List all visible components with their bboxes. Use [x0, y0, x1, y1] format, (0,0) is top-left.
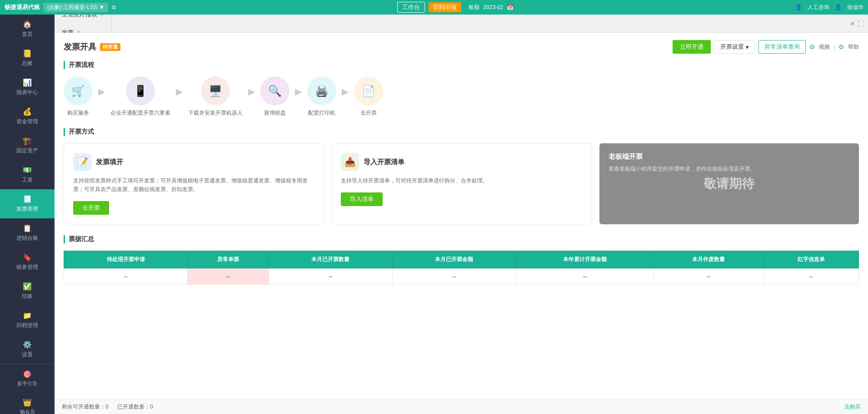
help-icon: ⚙: [838, 43, 844, 50]
flow-step-4: 🖨️ 配置打印机: [307, 76, 336, 117]
tab-工资统计报表[interactable]: 工资统计报表✕: [55, 15, 112, 24]
sidebar-bottom-item-畅会员[interactable]: 👑畅会员: [0, 393, 55, 414]
logo: 畅捷通易代账: [5, 3, 40, 11]
sidebar-label-6: 发票管理: [16, 205, 38, 213]
fill-invoice-desc: 支持按照发票样式手工填写开发票；可开具增值税电子普通发票、增值税普通发票、增值税…: [73, 177, 314, 194]
flow-step-5: 📄 去开票: [354, 76, 383, 117]
top-bar: 畅捷通易代账 (勿删) 江西服室-LSS ▼ ⧉ 工作台 切到旧版 账期 202…: [0, 0, 868, 15]
sidebar-label-3: 资金管理: [16, 118, 38, 126]
flow-step-label-5: 去开票: [360, 109, 377, 117]
sidebar-item-首页[interactable]: 🏠首页: [0, 15, 55, 44]
user-label[interactable]: 徐溢华: [847, 4, 863, 11]
workbench-button[interactable]: 工作台: [397, 2, 425, 13]
settings-label: 开票设置: [720, 43, 744, 51]
summary-header-5: 本月作废数量: [654, 251, 763, 268]
fill-invoice-icon: 📝: [73, 153, 91, 171]
sidebar-bottom-item-新手引导[interactable]: 🎯新手引导: [0, 364, 55, 393]
page-content: 发票开具 待开通 立即开通 开票设置 ▾ 异常清单查询 ⚙ 视频 | ⚙ 帮助: [55, 33, 868, 399]
flow-arrow-3: ▶: [289, 86, 307, 97]
top-bar-center: 工作台 切到旧版 账期 2023-02 📅: [397, 2, 514, 13]
sidebar-label-8: 税务管理: [16, 263, 38, 271]
flow-step-0: 🛒 购买服务: [64, 76, 93, 117]
company-selector[interactable]: (勿删) 江西服室-LSS ▼: [44, 3, 108, 12]
sidebar-label-7: 进销台账: [16, 234, 38, 242]
summary-section-title: 票据汇总: [64, 235, 859, 243]
sidebar-item-设置[interactable]: ⚙️设置: [0, 335, 55, 364]
sidebar-icon-6: 🧾: [23, 195, 32, 203]
bottom-bar-left: 剩余可开通数量：0 已开通数量：0: [62, 403, 153, 411]
tab-close-2[interactable]: ✕: [100, 15, 104, 17]
flow-step-icon-0: 🛒: [64, 76, 93, 106]
copy-icon[interactable]: ⧉: [112, 4, 116, 10]
sidebar-item-固定资产[interactable]: 🏗️固定资产: [0, 131, 55, 160]
sidebar-item-归档管理[interactable]: 📁归档管理: [0, 306, 55, 335]
sidebar-item-报表中心[interactable]: 📊报表中心: [0, 73, 55, 102]
support-label[interactable]: 人工咨询: [808, 4, 829, 11]
summary-value-1: --: [188, 268, 269, 285]
top-bar-right: 👤 人工咨询 👤 徐溢华: [795, 4, 863, 11]
flow-step-icon-1: 📱: [126, 76, 155, 106]
sidebar-bottom-icon-1: 👑: [23, 398, 32, 407]
maximize-icon[interactable]: ⛶: [858, 20, 864, 27]
sidebar-icon-2: 📊: [23, 78, 32, 87]
flow-arrow-2: ▶: [243, 86, 260, 97]
sidebar-icon-1: 📒: [23, 49, 32, 58]
sidebar-label-2: 报表中心: [16, 89, 38, 96]
sidebar-icon-9: ✅: [23, 282, 32, 291]
buy-link[interactable]: 去购买: [844, 403, 861, 411]
flow-step-icon-2: 🖥️: [201, 76, 230, 106]
period-value[interactable]: 2023-02: [483, 4, 503, 10]
chevron-down-icon: ▼: [99, 4, 105, 10]
view-label[interactable]: 视频: [819, 43, 830, 51]
sidebar-icon-3: 💰: [23, 107, 32, 116]
old-client-title: 老板端开票: [609, 152, 850, 161]
help-label[interactable]: 帮助: [848, 43, 859, 51]
summary-value-6: --: [763, 268, 859, 285]
remaining-label: 剩余可开通数量：0: [62, 404, 109, 410]
abnormal-query-button[interactable]: 异常清单查询: [758, 40, 806, 54]
tab-bar-actions: ✕ ⛶: [846, 20, 868, 27]
status-badge: 待开通: [100, 43, 120, 51]
sidebar-item-结账[interactable]: ✅结账: [0, 277, 55, 306]
close-tab-icon[interactable]: ✕: [850, 20, 855, 27]
import-list-card-header: 📥 导入开票清单: [341, 153, 582, 171]
sidebar-item-进销台账[interactable]: 📋进销台账: [0, 218, 55, 247]
import-list-button[interactable]: 导入清单: [341, 192, 383, 206]
issue-methods: 📝 发票填开 支持按照发票样式手工填写开发票；可开具增值税电子普通发票、增值税普…: [64, 143, 859, 224]
page-header-actions: 立即开通 开票设置 ▾ 异常清单查询 ⚙ 视频 | ⚙ 帮助: [673, 40, 859, 54]
flow-step-label-3: 新增税盘: [264, 109, 286, 117]
page-title-text: 发票开具: [64, 41, 96, 52]
flow-arrow-0: ▶: [93, 86, 110, 97]
oldver-button[interactable]: 切到旧版: [429, 2, 461, 12]
bottom-bar: 剩余可开通数量：0 已开通数量：0 去购买: [55, 399, 868, 414]
fill-invoice-card-header: 📝 发票填开: [73, 153, 314, 171]
sidebar-item-发票管理[interactable]: 🧾发票管理: [0, 189, 55, 218]
company-name: (勿删) 江西服室-LSS: [47, 4, 97, 11]
sidebar-icon-4: 🏗️: [23, 136, 32, 145]
flow-section-title: 开票流程: [64, 61, 859, 69]
flow-step-label-0: 购买服务: [67, 109, 89, 117]
activate-button[interactable]: 立即开通: [673, 40, 711, 54]
sidebar-bottom-label-0: 新手引导: [17, 380, 37, 387]
import-list-desc: 支持导入待开票清单，可对待开票清单进行拆分、合并处理。: [341, 177, 582, 185]
settings-button[interactable]: 开票设置 ▾: [714, 40, 755, 54]
main-layout: 🏠首页📒总账📊报表中心💰资金管理🏗️固定资产💵工资🧾发票管理📋进销台账🔖税务管理…: [0, 15, 868, 414]
calendar-icon[interactable]: 📅: [507, 4, 514, 10]
methods-section-title: 开票方式: [64, 128, 859, 136]
import-list-title: 导入开票清单: [364, 158, 404, 167]
coming-soon-text: 敬请期待: [703, 175, 754, 192]
summary-value-0: --: [64, 268, 188, 285]
tab-label-2: 工资统计报表: [62, 15, 97, 19]
summary-header-1: 异常单票: [188, 251, 269, 268]
sidebar-icon-5: 💵: [23, 166, 32, 174]
sidebar-bottom-nav: 🎯新手引导👑畅会员: [0, 364, 55, 414]
goto-invoice-button[interactable]: 去开票: [73, 201, 109, 215]
sidebar-item-总账[interactable]: 📒总账: [0, 44, 55, 73]
used-label: 已开通数量：0: [117, 404, 153, 410]
sidebar-label-4: 固定资产: [16, 147, 38, 155]
sidebar-item-工资[interactable]: 💵工资: [0, 160, 55, 189]
sidebar-item-税务管理[interactable]: 🔖税务管理: [0, 247, 55, 277]
sidebar-item-资金管理[interactable]: 💰资金管理: [0, 102, 55, 131]
flow-steps: 🛒 购买服务 ▶ 📱 企业开通配置开票六要素 ▶ 🖥️ 下载并安装开票机器人 ▶…: [64, 76, 859, 117]
sidebar-icon-10: 📁: [23, 311, 32, 320]
